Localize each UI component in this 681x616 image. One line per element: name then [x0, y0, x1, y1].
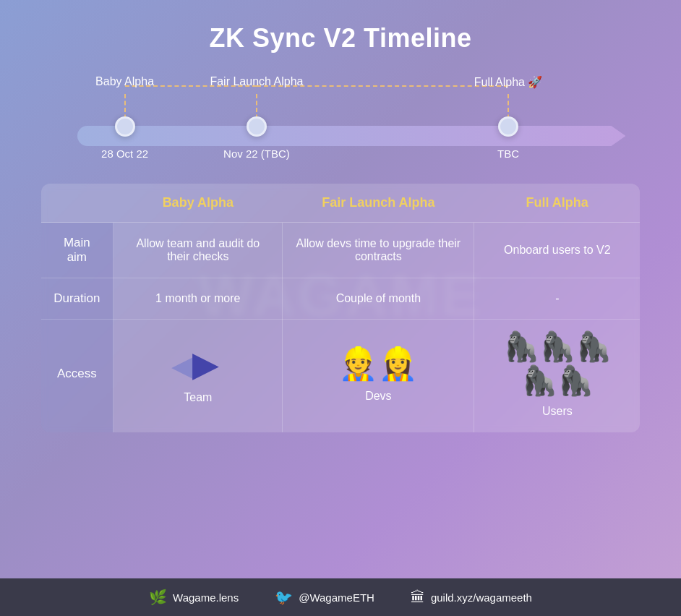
main-aim-label: Main aim [41, 223, 113, 278]
main-aim-row: Main aim Allow team and audit do their c… [41, 223, 641, 278]
table-header-row: Baby Alpha Fair Launch Alpha Full Alpha [41, 184, 641, 223]
timeline-bar [77, 126, 626, 146]
milestone-date-1: 28 Oct 22 [101, 147, 148, 160]
footer-guild: 🏛 guild.xyz/wagameeth [411, 589, 532, 606]
footer: 🌿 Wagame.lens 🐦 @WagameETH 🏛 guild.xyz/w… [0, 578, 681, 616]
footer-guild-text: guild.xyz/wagameeth [431, 591, 532, 604]
duration-baby-alpha: 1 month or more [113, 278, 283, 320]
duration-full-alpha: - [474, 278, 641, 320]
main-aim-full-alpha: Onboard users to V2 [474, 223, 641, 278]
access-row: Access ◀ ▶ Team 👷👷‍♀️ Devs [41, 320, 641, 433]
col-header-baby-alpha: Baby Alpha [113, 184, 283, 223]
milestone-date-3: TBC [497, 147, 519, 160]
col-header-full-alpha: Full Alpha [474, 184, 641, 223]
table-section: Baby Alpha Fair Launch Alpha Full Alpha … [41, 184, 641, 432]
access-baby-alpha-label: Team [184, 391, 212, 404]
milestone-dot-2 [247, 116, 267, 137]
duration-fair-launch: Couple of month [283, 278, 474, 320]
milestone-date-2: Nov 22 (TBC) [223, 147, 290, 160]
timeline-section: Baby Alpha Fair Launch Alpha Full Alpha … [41, 75, 641, 169]
footer-wagame-lens-text: Wagame.lens [173, 591, 239, 604]
milestone-label-3: Full Alpha 🚀 [474, 75, 543, 89]
milestone-label-1: Baby Alpha [95, 75, 154, 88]
duration-row: Duration 1 month or more Couple of month… [41, 278, 641, 320]
access-fair-launch-label: Devs [365, 390, 391, 403]
twitter-icon: 🐦 [275, 589, 293, 606]
access-full-alpha: 🦍🦍🦍🦍🦍 Users [474, 320, 641, 433]
col-header-empty [41, 184, 113, 223]
milestone-dot-3 [498, 116, 518, 137]
milestone-label-2: Fair Launch Alpha [210, 75, 303, 88]
footer-wagame-lens: 🌿 Wagame.lens [149, 589, 239, 606]
access-full-alpha-label: Users [542, 405, 573, 418]
footer-twitter: 🐦 @WagameETH [275, 589, 374, 606]
duration-label: Duration [41, 278, 113, 320]
access-baby-alpha: ◀ ▶ Team [113, 320, 283, 433]
leaf-icon: 🌿 [149, 589, 167, 606]
main-aim-baby-alpha: Allow team and audit do their checks [113, 223, 283, 278]
guild-icon: 🏛 [411, 589, 425, 606]
access-label: Access [41, 320, 113, 433]
page-title: ZK Sync V2 Timeline [0, 23, 681, 54]
col-header-fair-launch: Fair Launch Alpha [283, 184, 474, 223]
phases-table: Baby Alpha Fair Launch Alpha Full Alpha … [41, 184, 641, 432]
main-aim-fair-launch: Allow devs time to upgrade their contrac… [283, 223, 474, 278]
footer-twitter-text: @WagameETH [299, 591, 374, 604]
milestone-dot-1 [115, 116, 135, 137]
title-section: ZK Sync V2 Timeline [0, 0, 681, 68]
access-fair-launch: 👷👷‍♀️ Devs [283, 320, 474, 433]
